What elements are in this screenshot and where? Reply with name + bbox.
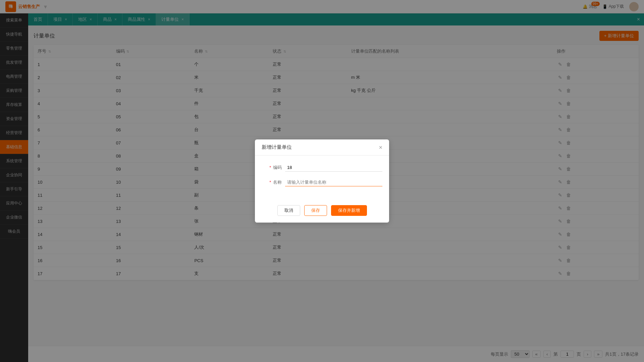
modal-footer: 取消 保存 保存并新增 bbox=[255, 201, 389, 223]
code-label: * 编码 bbox=[262, 165, 282, 171]
name-form-row: * 名称 bbox=[262, 178, 382, 186]
name-label: * 名称 bbox=[262, 179, 282, 185]
code-input[interactable] bbox=[285, 164, 382, 172]
modal-dialog: 新增计量单位 × * 编码 * 名称 取消 保存 保存并新增 bbox=[255, 139, 389, 223]
code-form-row: * 编码 bbox=[262, 164, 382, 172]
name-input[interactable] bbox=[285, 178, 382, 186]
name-required-mark: * bbox=[269, 180, 271, 185]
save-and-new-button[interactable]: 保存并新增 bbox=[331, 205, 367, 216]
cancel-button[interactable]: 取消 bbox=[277, 205, 300, 216]
modal-overlay: 新增计量单位 × * 编码 * 名称 取消 保存 保存并新增 bbox=[0, 0, 644, 362]
modal-header: 新增计量单位 × bbox=[255, 139, 389, 156]
modal-title: 新增计量单位 bbox=[262, 144, 292, 150]
save-button[interactable]: 保存 bbox=[304, 205, 327, 216]
code-required-mark: * bbox=[269, 165, 271, 170]
modal-body: * 编码 * 名称 bbox=[255, 156, 389, 201]
modal-close-button[interactable]: × bbox=[379, 144, 382, 150]
